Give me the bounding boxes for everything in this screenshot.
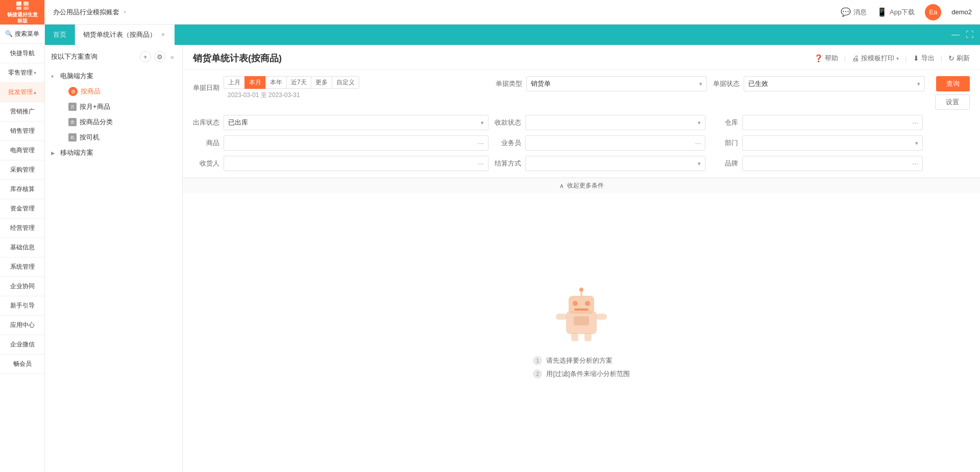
brand-dots-icon[interactable]: ··· xyxy=(912,159,918,168)
date-filter-buttons: 上月 本月 本年 近7天 更多 自定义 xyxy=(224,76,489,89)
scheme-driver-icon: 机 xyxy=(68,133,77,141)
sidebar-item-sales[interactable]: 销售管理 xyxy=(0,122,44,141)
doc-status-select[interactable]: 已生效 ▾ xyxy=(744,76,925,91)
tree-mobile-section[interactable]: ▶ 移动端方案 xyxy=(45,145,182,160)
date-btn-this-month[interactable]: 本月 xyxy=(244,76,265,89)
refresh-button[interactable]: ↻ 刷新 xyxy=(948,54,970,63)
tree-item-by-driver[interactable]: 机 按司机 xyxy=(45,130,182,145)
sidebar-item-wholesale[interactable]: 批发管理 ▴ xyxy=(0,83,44,102)
salesman-dots-icon[interactable]: ··· xyxy=(695,139,701,147)
sidebar-item-retail[interactable]: 零售管理 ▾ xyxy=(0,63,44,83)
department-select[interactable]: ▾ xyxy=(742,135,923,151)
tree-item-by-month-goods[interactable]: 月 按月+商品 xyxy=(45,99,182,114)
date-btn-more[interactable]: 更多 xyxy=(311,76,332,89)
svg-point-6 xyxy=(573,301,578,306)
sidebar-item-purchase[interactable]: 采购管理 xyxy=(0,160,44,180)
filter-area: 单据日期 上月 本月 本年 近7天 更多 自定义 2023-03-01 至 20… xyxy=(183,70,980,178)
tab-sales-stats[interactable]: 销货单统计表（按商品） × xyxy=(75,25,175,45)
username[interactable]: demo2 xyxy=(951,8,972,16)
sidebar-item-wechat[interactable]: 企业微信 xyxy=(0,335,44,355)
goods-select[interactable]: ··· xyxy=(224,135,488,151)
doc-type-select[interactable]: 销货单 ▾ xyxy=(526,76,707,91)
tabbar-controls: — ⛶ xyxy=(945,25,980,45)
sidebar-item-marketing[interactable]: 营销推广 xyxy=(0,102,44,122)
add-scheme-button[interactable]: + xyxy=(140,51,151,62)
tab-close-icon[interactable]: × xyxy=(160,31,166,39)
recipient-select[interactable]: ··· xyxy=(224,156,488,171)
tree-item-by-goods[interactable]: ⚙ 按商品 xyxy=(45,84,182,99)
sidebar-item-ecommerce[interactable]: 电商管理 xyxy=(0,141,44,160)
svg-rect-2 xyxy=(16,7,21,10)
tab-minimize-icon[interactable]: — xyxy=(949,28,962,41)
avatar[interactable]: Ea xyxy=(925,4,941,20)
goods-dots-icon[interactable]: ··· xyxy=(478,139,484,147)
tree-item-by-category[interactable]: 类 按商品分类 xyxy=(45,114,182,130)
export-button[interactable]: ⬇ 导出 xyxy=(913,54,935,63)
breadcrumb-arrow-icon[interactable]: ▾ xyxy=(124,9,126,15)
doc-type-value: 销货单 xyxy=(531,79,700,88)
tab-fullscreen-icon[interactable]: ⛶ xyxy=(964,28,976,41)
chevron-up-icon: ▴ xyxy=(34,89,36,95)
breadcrumb: 办公用品行业模拟账套 ▾ xyxy=(53,8,835,17)
scheme-active-icon: ⚙ xyxy=(68,87,78,96)
filter-settings-button[interactable]: 设置 xyxy=(935,95,970,110)
sidebar-item-basic-info[interactable]: 基础信息 xyxy=(0,238,44,257)
app-logo[interactable]: 畅捷通好生意 标版 xyxy=(0,0,44,25)
warehouse-dots-icon[interactable]: ··· xyxy=(912,119,918,127)
svg-rect-11 xyxy=(556,314,567,320)
sidebar-item-quick-nav[interactable]: 快捷导航 xyxy=(0,44,44,63)
doc-type-arrow-icon: ▾ xyxy=(699,81,702,87)
help-icon: ❓ xyxy=(814,54,823,62)
page-title-actions: ❓ 帮助 | 🖨 按模板打印 ▾ | ⬇ 导出 | xyxy=(814,54,970,63)
tab-home[interactable]: 首页 xyxy=(45,25,75,45)
sidebar-item-operations[interactable]: 经营管理 xyxy=(0,219,44,238)
message-icon: 💬 xyxy=(841,7,851,17)
main-area: 办公用品行业模拟账套 ▾ 💬 消息 📱 App下载 Ea demo2 首页 销货… xyxy=(45,0,980,472)
page-title-bar: 销货单统计表(按商品) ❓ 帮助 | 🖨 按模板打印 ▾ | ⬇ xyxy=(183,45,980,70)
print-button[interactable]: 🖨 按模板打印 ▾ xyxy=(852,54,899,63)
sidebar-item-member[interactable]: 畅会员 xyxy=(0,355,44,374)
payment-status-filter: 收款状态 ▾ xyxy=(495,115,706,130)
brand-select[interactable]: ··· xyxy=(742,156,923,171)
date-btn-this-year[interactable]: 本年 xyxy=(265,76,286,89)
message-button[interactable]: 💬 消息 xyxy=(841,7,867,17)
tree-section: ▾ 电脑端方案 ⚙ 按商品 月 按月+商品 类 xyxy=(45,66,182,162)
date-btn-custom[interactable]: 自定义 xyxy=(332,76,359,89)
collapse-bar[interactable]: ∧ 收起更多条件 xyxy=(183,178,980,193)
empty-steps: 1 请先选择要分析的方案 2 用[过滤]条件来缩小分析范围 xyxy=(533,356,629,383)
tree-mobile-arrow-icon: ▶ xyxy=(51,150,57,156)
page-content: 按以下方案查询 + ⚙ « ▾ 电脑端方案 ⚙ 按商品 xyxy=(45,45,980,472)
collapse-panel-button[interactable]: « xyxy=(168,52,176,62)
sidebar-item-appcenter[interactable]: 应用中心 xyxy=(0,316,44,335)
warehouse-status-select[interactable]: 已出库 ▾ xyxy=(224,115,488,130)
settings-scheme-button[interactable]: ⚙ xyxy=(154,51,165,62)
date-btn-last-month[interactable]: 上月 xyxy=(224,76,244,89)
app-download-button[interactable]: 📱 App下载 xyxy=(877,7,915,17)
app-name: 畅捷通好生意 xyxy=(7,12,38,18)
sidebar-item-system[interactable]: 系统管理 xyxy=(0,257,44,277)
page-title: 销货单统计表(按商品) xyxy=(193,52,282,64)
svg-point-10 xyxy=(579,288,583,292)
sidebar-item-guide[interactable]: 新手引导 xyxy=(0,296,44,316)
doc-status-filter: 单据状态 已生效 ▾ xyxy=(713,76,925,91)
tree-by-category-label: 按商品分类 xyxy=(80,117,113,127)
recipient-dots-icon[interactable]: ··· xyxy=(478,159,484,168)
sidebar-search[interactable]: 🔍 搜索菜单 xyxy=(0,25,44,44)
sidebar-item-inventory[interactable]: 库存核算 xyxy=(0,180,44,199)
tree-desktop-section[interactable]: ▾ 电脑端方案 xyxy=(45,68,182,84)
salesman-select[interactable]: ··· xyxy=(525,135,706,151)
empty-robot-svg xyxy=(551,283,612,344)
payment-status-select[interactable]: ▾ xyxy=(525,115,706,130)
settlement-select[interactable]: ▾ xyxy=(525,156,706,171)
print-icon: 🖨 xyxy=(852,54,859,62)
sidebar-item-enterprise[interactable]: 企业协同 xyxy=(0,277,44,296)
brand-filter: 品牌 ··· xyxy=(712,156,923,171)
query-button[interactable]: 查询 xyxy=(936,76,970,91)
left-panel-title: 按以下方案查询 xyxy=(51,52,97,61)
tree-by-driver-label: 按司机 xyxy=(80,133,100,142)
help-button[interactable]: ❓ 帮助 xyxy=(814,54,838,63)
goods-filter: 商品 ··· xyxy=(193,135,488,151)
sidebar-item-finance[interactable]: 资金管理 xyxy=(0,199,44,219)
date-btn-7days[interactable]: 近7天 xyxy=(286,76,311,89)
warehouse-select[interactable]: ··· xyxy=(742,115,923,130)
